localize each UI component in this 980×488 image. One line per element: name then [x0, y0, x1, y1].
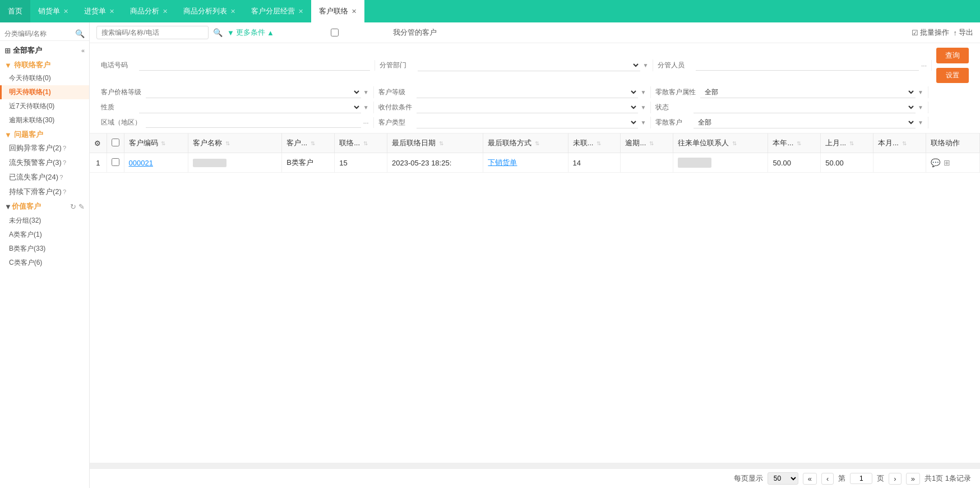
col-this-month[interactable]: 本月... ⇅ [873, 133, 926, 153]
close-sales-icon[interactable]: ✕ [63, 8, 68, 15]
bulk-operation-button[interactable]: ☑ 批量操作 [912, 27, 949, 38]
row-last-contact-method[interactable]: 下销货单 [483, 153, 568, 173]
close-purchase-icon[interactable]: ✕ [109, 8, 114, 15]
row-this-year: 50.00 [768, 153, 821, 173]
sort-uncontacted-icon: ⇅ [597, 140, 601, 146]
search-button[interactable]: 🔍 [213, 28, 223, 37]
filter-retail-cust: 零散客户 全部 ▼ [651, 117, 928, 128]
collapse-icon: « [81, 47, 85, 54]
select-all-checkbox[interactable] [112, 139, 119, 146]
sidebar-item-b-customers[interactable]: B类客户(33) [0, 242, 89, 256]
search-input[interactable] [96, 26, 209, 39]
filter-phone-input[interactable] [139, 60, 370, 71]
col-last-contact-method[interactable]: 最后联络方式 ⇅ [483, 133, 568, 153]
nav-product-analysis[interactable]: 商品分析 ✕ [122, 0, 175, 22]
sidebar-item-loss-warning[interactable]: 流失预警客户(3) ? [0, 155, 89, 170]
first-page-button[interactable]: « [803, 473, 817, 485]
col-overdue[interactable]: 逾期... ⇅ [621, 133, 673, 153]
sidebar-item-declining-customers[interactable]: 持续下滑客户(2) ? [0, 185, 89, 199]
row-name[interactable]: Ea [188, 153, 282, 173]
sidebar-item-a-customers[interactable]: A类客户(1) [0, 228, 89, 242]
my-customers-checkbox-label[interactable]: 我分管的客户 [279, 27, 437, 38]
col-last-month[interactable]: 上月... ⇅ [821, 133, 873, 153]
arrow-down-icon-3: ▼ [4, 202, 12, 211]
col-name[interactable]: 客户名称 ⇅ [188, 133, 282, 153]
refresh-icon[interactable]: ↻ [70, 202, 76, 211]
sidebar-item-today-contact[interactable]: 今天待联络(0) [0, 71, 89, 85]
export-button[interactable]: ↑ 导出 [954, 27, 974, 38]
edit-icon[interactable]: ✎ [78, 202, 85, 211]
row-type: B类客户 [282, 153, 335, 173]
ellipsis-region[interactable]: ··· [363, 119, 369, 127]
col-last-contact-date[interactable]: 最后联络日期 ⇅ [387, 133, 483, 153]
close-customer-contact-icon[interactable]: ✕ [352, 8, 357, 15]
filter-cust-level-label: 客户等级 [378, 88, 412, 97]
sidebar-item-c-customers[interactable]: C类客户(6) [0, 256, 89, 270]
sidebar-all-customers[interactable]: ⊞ 全部客户 « [0, 43, 89, 58]
filter-region-input[interactable] [146, 117, 361, 128]
more-filter-button[interactable]: ▼ 更多条件 ▲ [227, 27, 274, 38]
per-page-select[interactable]: 50 100 200 [768, 472, 798, 485]
sidebar-item-repurchase-anomaly[interactable]: 回购异常客户(2) ? [0, 141, 89, 155]
bottom-scrollbar[interactable] [90, 463, 980, 468]
nav-customer-stratify[interactable]: 客户分层经营 ✕ [243, 0, 311, 22]
row-checkbox[interactable] [112, 158, 119, 166]
sidebar-item-overdue-contact[interactable]: 逾期未联络(30) [0, 113, 89, 127]
sort-last-date-icon: ⇅ [439, 140, 443, 146]
col-uncontacted[interactable]: 未联... ⇅ [568, 133, 621, 153]
customer-table: ⚙ 客户编码 ⇅ 客户名称 ⇅ [90, 133, 980, 173]
sidebar-search-input[interactable] [4, 30, 75, 38]
col-contact-count[interactable]: 联络... ⇅ [335, 133, 387, 153]
sidebar-item-ungrouped[interactable]: 未分组(32) [0, 214, 89, 228]
next-page-button[interactable]: › [889, 473, 901, 485]
col-type[interactable]: 客户... ⇅ [282, 133, 335, 153]
sidebar-item-week-contact[interactable]: 近7天待联络(0) [0, 99, 89, 113]
row-contact-person: 联系人名 [673, 153, 768, 173]
nav-home[interactable]: 首页 [0, 0, 30, 22]
nav-product-analysis-list[interactable]: 商品分析列表 ✕ [175, 0, 243, 22]
settings-button[interactable]: 设置 [936, 68, 969, 83]
filter-nature-select[interactable] [139, 102, 361, 113]
close-product-list-icon[interactable]: ✕ [230, 8, 235, 15]
col-contact-person[interactable]: 往来单位联系人 ⇅ [673, 133, 768, 153]
filter-retail-attr-select[interactable]: 全部 [700, 86, 916, 98]
filter-payment-select[interactable] [417, 102, 639, 113]
prev-page-button[interactable]: ‹ [821, 473, 834, 485]
nav-sales[interactable]: 销货单 ✕ [30, 0, 76, 22]
filter-dept: 分管部门 ▼ [375, 59, 654, 71]
last-page-button[interactable]: » [906, 473, 920, 485]
query-button[interactable]: 查询 [936, 48, 969, 63]
filter-dept-select[interactable] [418, 59, 641, 71]
filter-price-select[interactable] [146, 86, 361, 98]
filter-cust-type: 客户类型 ▼ [374, 117, 651, 128]
my-customers-checkbox[interactable] [279, 29, 391, 36]
chat-action-icon[interactable]: 💬 [931, 158, 940, 167]
row-number: 1 [90, 153, 107, 173]
chevron-down-icon-cust-type: ▼ [640, 119, 646, 126]
col-this-year[interactable]: 本年... ⇅ [768, 133, 821, 153]
sidebar-item-lost-customers[interactable]: 已流失客户(24) ? [0, 170, 89, 185]
filter-cust-level-select[interactable] [417, 86, 639, 98]
filter-status-select[interactable] [694, 102, 916, 113]
nav-customer-contact[interactable]: 客户联络 ✕ [311, 0, 364, 22]
sort-contact-person-icon: ⇅ [732, 140, 737, 146]
sidebar-item-tomorrow-contact[interactable]: 明天待联络(1) [0, 85, 89, 99]
row-contact-count: 15 [335, 153, 387, 173]
nav-purchase[interactable]: 进货单 ✕ [76, 0, 122, 22]
filter-cust-type-select[interactable] [417, 117, 639, 128]
filter-manager-input[interactable] [696, 60, 919, 71]
sort-last-month-icon: ⇅ [849, 140, 854, 146]
col-code[interactable]: 客户编码 ⇅ [124, 133, 188, 153]
row-code[interactable]: 000021 [124, 153, 188, 173]
page-number-input[interactable] [850, 473, 872, 484]
grid-action-icon[interactable]: ⊞ [944, 158, 950, 167]
close-product-analysis-icon[interactable]: ✕ [163, 8, 168, 15]
filter-nature: 性质 ▼ [96, 102, 374, 113]
col-gear: ⚙ [90, 133, 107, 153]
ellipsis-manager[interactable]: ··· [921, 62, 927, 70]
sidebar-search-icon[interactable]: 🔍 [75, 29, 85, 38]
question-icon-2: ? [63, 159, 66, 166]
close-customer-stratify-icon[interactable]: ✕ [298, 8, 303, 15]
filter-retail-cust-select[interactable]: 全部 [694, 117, 916, 128]
gear-settings-icon[interactable]: ⚙ [94, 139, 101, 148]
